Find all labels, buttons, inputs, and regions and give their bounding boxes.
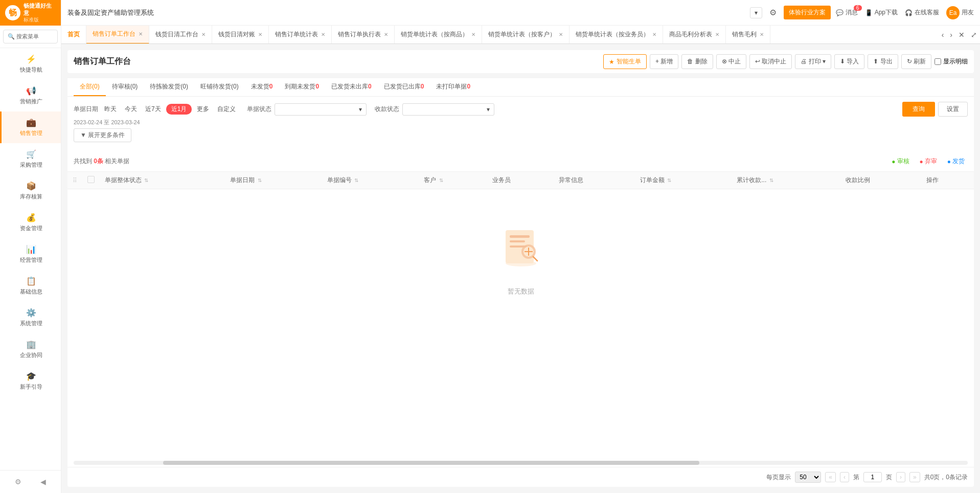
sidebar-item-system[interactable]: ⚙️ 系统管理 xyxy=(0,302,61,333)
delete-button[interactable]: 🗑 删除 xyxy=(681,54,713,69)
sidebar-collapse-button[interactable]: ◀ xyxy=(38,476,48,488)
tab-close-sales-stats[interactable]: ✕ xyxy=(321,32,325,37)
tab-scroll-left[interactable]: ‹ xyxy=(939,29,947,41)
per-page-select[interactable]: 50 10 20 100 xyxy=(795,472,821,483)
app-download-button[interactable]: 📱 App下载 xyxy=(865,8,898,17)
sort-status-icon[interactable]: ⇅ xyxy=(144,177,148,183)
sub-tab-all[interactable]: 全部(0) xyxy=(74,78,106,96)
expand-filter-button[interactable]: ▼ 展开更多条件 xyxy=(74,128,131,142)
tab-sales-summary-customer[interactable]: 销货单统计表（按客户） ✕ xyxy=(482,26,569,44)
sort-date-icon[interactable]: ⇅ xyxy=(258,177,262,183)
horizontal-scrollbar[interactable] xyxy=(74,461,968,465)
sub-tab-not-printed[interactable]: 未打印单据0 xyxy=(430,78,476,96)
tab-cash-reconcile[interactable]: 钱货日清对账 ✕ xyxy=(212,26,269,44)
sidebar-item-quick-nav[interactable]: ⚡ 快捷导航 xyxy=(0,48,61,80)
sidebar-settings-button[interactable]: ⚙ xyxy=(13,476,24,488)
sub-tab-wangpu[interactable]: 旺铺待发货(0) xyxy=(194,78,245,96)
tab-close-sales-summary-product[interactable]: ✕ xyxy=(471,32,475,37)
system-switch-button[interactable]: ▾ xyxy=(750,7,762,18)
sort-amount-icon[interactable]: ⇅ xyxy=(667,177,671,183)
search-menu-button[interactable]: 🔍 搜索菜单 xyxy=(3,30,58,43)
tab-sales-stats[interactable]: 销售订单统计表 ✕ xyxy=(269,26,332,44)
select-all-checkbox[interactable] xyxy=(87,176,95,183)
message-button[interactable]: 💬 消息 6 xyxy=(836,8,858,17)
add-button[interactable]: + 新增 xyxy=(650,54,678,69)
tab-close-sales-summary-staff[interactable]: ✕ xyxy=(652,32,656,37)
sort-customer-icon[interactable]: ⇅ xyxy=(439,177,443,183)
stop-button[interactable]: ⊗ 中止 xyxy=(716,54,746,69)
tab-close-sales-more[interactable]: ✕ xyxy=(760,32,764,37)
date-7days-btn[interactable]: 近7天 xyxy=(142,103,164,115)
sub-tab-not-shipped[interactable]: 未发货0 xyxy=(245,78,279,96)
sidebar-item-basic[interactable]: 📋 基础信息 xyxy=(0,270,61,302)
tab-sales-more[interactable]: 销售毛利 ✕ xyxy=(726,26,770,44)
tab-close-sales-summary-customer[interactable]: ✕ xyxy=(559,32,563,37)
page-input[interactable] xyxy=(863,472,882,482)
tab-sales-summary-staff[interactable]: 销货单统计表（按业务员） ✕ xyxy=(569,26,663,44)
tab-close-all[interactable]: ✕ xyxy=(955,29,968,41)
empty-icon xyxy=(495,220,546,281)
sidebar-item-enterprise[interactable]: 🏢 企业协同 xyxy=(0,333,61,365)
set-button[interactable]: 设置 xyxy=(938,102,968,117)
tab-maximize[interactable]: ⤢ xyxy=(968,29,980,41)
show-detail-input[interactable] xyxy=(935,58,941,65)
print-button[interactable]: 🖨 打印 ▾ xyxy=(795,54,831,69)
sidebar-item-inventory[interactable]: 📦 库存核算 xyxy=(0,175,61,207)
status-filter-select[interactable]: ▾ xyxy=(275,103,367,116)
topbar-settings-button[interactable]: ⚙ xyxy=(767,6,779,19)
date-today-btn[interactable]: 今天 xyxy=(122,103,140,115)
tab-sales-workbench[interactable]: 销售订单工作台 ✕ xyxy=(86,26,149,44)
sort-collected-icon[interactable]: ⇅ xyxy=(769,177,773,183)
scrollbar-thumb[interactable] xyxy=(163,461,699,465)
first-page-button[interactable]: « xyxy=(825,472,836,482)
tab-close-sales-exec[interactable]: ✕ xyxy=(384,32,388,37)
sort-number-icon[interactable]: ⇅ xyxy=(354,177,358,183)
tab-cash-daily[interactable]: 钱货日清工作台 ✕ xyxy=(149,26,212,44)
next-page-button[interactable]: › xyxy=(896,472,905,482)
cancel-stop-button[interactable]: ↩ 取消中止 xyxy=(749,54,792,69)
sub-tab-pending-inspect[interactable]: 待拣验发货(0) xyxy=(144,78,194,96)
per-page-label: 每页显示 xyxy=(766,473,791,482)
approve-button[interactable]: ● 审核 xyxy=(888,155,912,167)
sidebar-item-guide[interactable]: 🎓 新手引导 xyxy=(0,365,61,397)
date-yesterday-btn[interactable]: 昨天 xyxy=(101,103,120,115)
payment-filter-select[interactable]: ▾ xyxy=(402,103,494,116)
reject-button[interactable]: ● 弃审 xyxy=(917,155,940,167)
query-button[interactable]: 查询 xyxy=(902,102,935,117)
sidebar-item-sales[interactable]: 💼 销售管理 xyxy=(0,111,61,143)
refresh-button[interactable]: ↻ 刷新 xyxy=(901,54,931,69)
solution-button[interactable]: 体验行业方案 xyxy=(784,6,831,19)
sidebar-item-operation[interactable]: 📊 经营管理 xyxy=(0,238,61,270)
tab-product-margin[interactable]: 商品毛利分析表 ✕ xyxy=(663,26,726,44)
sub-tab-shipped-out[interactable]: 已发货已出库0 xyxy=(378,78,430,96)
export-button[interactable]: ⬆ 导出 xyxy=(868,54,898,69)
date-custom-btn[interactable]: 自定义 xyxy=(214,103,239,115)
tab-close-cash-daily[interactable]: ✕ xyxy=(201,32,206,37)
send-button[interactable]: ● 发货 xyxy=(944,155,968,167)
tab-close-product-margin[interactable]: ✕ xyxy=(715,32,719,37)
th-check[interactable] xyxy=(82,172,100,189)
user-menu[interactable]: Ea 用友 xyxy=(946,6,974,19)
page-header: 销售订单工作台 ★ 智能生单 + 新增 🗑 删除 ⊗ 中止 ↩ 取消中止 🖨 打… xyxy=(67,50,974,73)
sub-tab-shipped-not-out[interactable]: 已发货未出库0 xyxy=(325,78,378,96)
prev-page-button[interactable]: ‹ xyxy=(840,472,849,482)
tab-scroll-right[interactable]: › xyxy=(947,29,955,41)
import-button[interactable]: ⬇ 导入 xyxy=(834,54,864,69)
show-detail-checkbox[interactable]: 显示明细 xyxy=(935,57,968,66)
sidebar-nav: ⚡ 快捷导航 📢 营销推广 💼 销售管理 🛒 采购管理 📦 库存核算 💰 资金管… xyxy=(0,48,61,470)
online-service-button[interactable]: 🎧 在线客服 xyxy=(905,8,939,17)
sidebar-item-purchase[interactable]: 🛒 采购管理 xyxy=(0,143,61,175)
tab-home[interactable]: 首页 xyxy=(61,26,86,44)
tab-sales-exec[interactable]: 销售订单执行表 ✕ xyxy=(332,26,395,44)
date-1month-btn[interactable]: 近1月 xyxy=(166,104,192,115)
last-page-button[interactable]: » xyxy=(909,472,920,482)
tab-sales-summary-product[interactable]: 销货单统计表（按商品） ✕ xyxy=(395,26,482,44)
tab-close-cash-reconcile[interactable]: ✕ xyxy=(258,32,262,37)
smart-create-button[interactable]: ★ 智能生单 xyxy=(603,54,647,69)
date-more-btn[interactable]: 更多 xyxy=(194,103,212,115)
tab-close-sales-workbench[interactable]: ✕ xyxy=(139,31,143,37)
sidebar-item-marketing[interactable]: 📢 营销推广 xyxy=(0,80,61,111)
sub-tab-pending-review[interactable]: 待审核(0) xyxy=(106,78,144,96)
sub-tab-overdue[interactable]: 到期未发货0 xyxy=(279,78,325,96)
sidebar-item-finance[interactable]: 💰 资金管理 xyxy=(0,207,61,238)
